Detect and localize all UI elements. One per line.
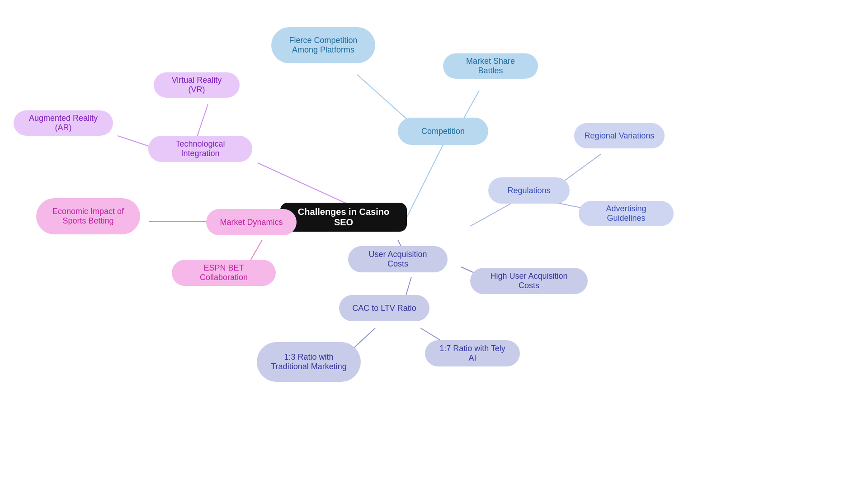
competition-node: Competition	[398, 118, 488, 145]
ratio-traditional-node: 1:3 Ratio with Traditional Marketing	[257, 342, 361, 382]
market-share-node: Market Share Battles	[443, 53, 538, 79]
center-node: Challenges in Casino SEO	[280, 203, 407, 232]
vr-node: Virtual Reality (VR)	[154, 72, 240, 98]
espn-bet-node: ESPN BET Collaboration	[172, 260, 276, 286]
regional-variations-node: Regional Variations	[574, 123, 665, 148]
svg-line-0	[407, 145, 443, 217]
ar-node: Augmented Reality (AR)	[14, 110, 113, 136]
advertising-guidelines-node: Advertising Guidelines	[579, 201, 674, 226]
economic-impact-node: Economic Impact of Sports Betting	[36, 198, 140, 234]
fierce-competition-node: Fierce Competition Among Platforms	[271, 27, 375, 63]
tech-integration-node: Technological Integration	[148, 136, 252, 162]
cac-ltv-node: CAC to LTV Ratio	[339, 295, 429, 321]
high-uac-node: High User Acquisition Costs	[470, 268, 588, 294]
user-acquisition-node: User Acquisition Costs	[348, 246, 448, 272]
market-dynamics-node: Market Dynamics	[206, 209, 297, 235]
svg-line-3	[470, 204, 511, 226]
ratio-tely-node: 1:7 Ratio with Tely AI	[425, 340, 520, 366]
regulations-node: Regulations	[488, 177, 570, 204]
